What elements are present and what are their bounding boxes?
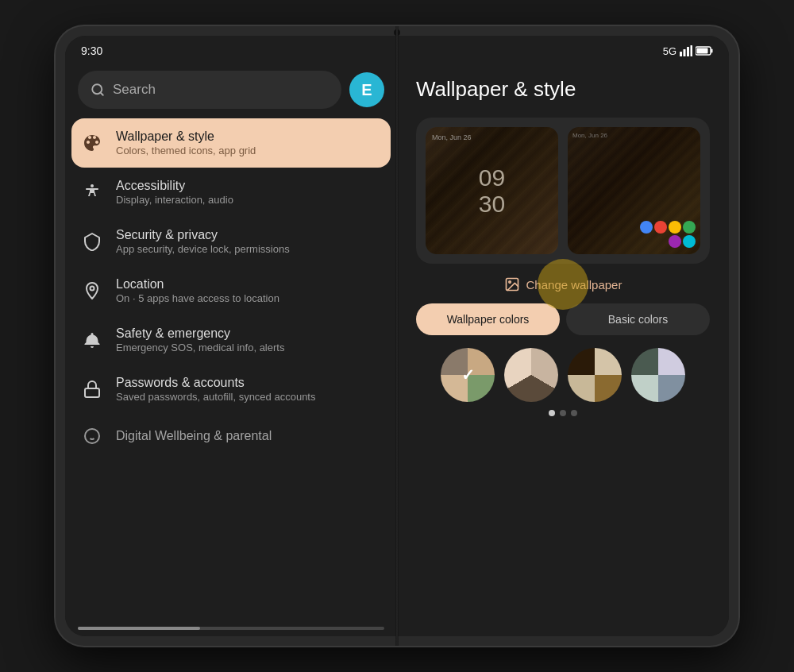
time-display: 9:30 — [81, 44, 102, 57]
svg-rect-11 — [691, 45, 693, 56]
icon-cyan — [683, 235, 696, 248]
change-wallpaper-label: Change wallpaper — [526, 278, 622, 292]
location-icon — [81, 280, 103, 302]
svg-rect-9 — [684, 49, 686, 56]
section-title: Wallpaper & style — [416, 77, 710, 102]
wallpaper-thumb-main[interactable]: Mon, Jun 26 0930 — [426, 127, 558, 254]
tab-wallpaper-colors[interactable]: Wallpaper colors — [416, 303, 560, 335]
left-panel: 9:30 Search E — [65, 36, 397, 636]
search-row: Search E — [65, 64, 397, 115]
accessibility-subtitle: Display, interaction, audio — [116, 194, 233, 206]
dot-2 — [560, 410, 566, 416]
svg-rect-13 — [697, 48, 708, 54]
safety-item-text: Safety & emergency Emergency SOS, medica… — [116, 326, 284, 353]
safety-subtitle: Emergency SOS, medical info, alerts — [116, 342, 284, 353]
device-screen: 9:30 Search E — [65, 36, 729, 636]
svg-rect-4 — [91, 337, 93, 341]
wellbeing-icon — [81, 425, 103, 447]
color-swatch-1[interactable]: ✓ — [441, 348, 495, 402]
wallpaper-title: Wallpaper & style — [116, 129, 256, 144]
wallpaper-subtitle: Colors, themed icons, app grid — [116, 145, 256, 156]
svg-point-3 — [91, 287, 94, 291]
5g-indicator: 5G — [663, 45, 676, 57]
scroll-indicator — [78, 627, 384, 630]
accessibility-title: Accessibility — [116, 179, 233, 193]
passwords-item-text: Passwords & accounts Saved passwords, au… — [116, 376, 315, 403]
svg-rect-14 — [711, 49, 713, 53]
location-item-text: Location On · 5 apps have access to loca… — [116, 277, 279, 304]
passwords-title: Passwords & accounts — [116, 376, 315, 390]
color-swatch-4[interactable] — [631, 348, 685, 402]
wallpaper-item-text: Wallpaper & style Colors, themed icons, … — [116, 129, 256, 156]
location-title: Location — [116, 277, 279, 292]
settings-list: Wallpaper & style Colors, themed icons, … — [65, 115, 397, 624]
user-avatar[interactable]: E — [349, 72, 384, 107]
svg-line-1 — [100, 92, 102, 95]
icon-red — [654, 221, 667, 234]
search-bar[interactable]: Search — [78, 71, 341, 109]
wallpaper-thumb-secondary[interactable]: Mon, Jun 26 — [568, 127, 700, 254]
settings-item-security[interactable]: Security & privacy App security, device … — [71, 217, 391, 266]
settings-item-wellbeing[interactable]: Digital Wellbeing & parental — [71, 414, 391, 458]
icon-yellow — [669, 221, 681, 234]
change-wallpaper-button[interactable]: Change wallpaper — [504, 276, 622, 292]
security-subtitle: App security, device lock, permissions — [116, 243, 290, 255]
battery-icon — [696, 46, 713, 56]
icon-green — [683, 221, 696, 234]
svg-rect-6 — [85, 388, 99, 397]
svg-rect-8 — [680, 52, 682, 56]
search-placeholder: Search — [113, 82, 156, 98]
settings-item-accessibility[interactable]: Accessibility Display, interaction, audi… — [71, 168, 391, 217]
change-wallpaper-row: Change wallpaper — [416, 276, 710, 292]
pagination-dots — [416, 410, 710, 416]
account-icon — [81, 378, 103, 400]
icon-purple — [669, 235, 681, 248]
swatch-selected-indicator: ✓ — [461, 365, 475, 384]
dot-3 — [571, 410, 577, 416]
passwords-subtitle: Saved passwords, autofill, synced accoun… — [116, 391, 315, 403]
right-content: Wallpaper & style Mon, Jun 26 0930 Mon, — [397, 64, 729, 636]
color-swatch-3[interactable] — [568, 348, 622, 402]
settings-item-passwords[interactable]: Passwords & accounts Saved passwords, au… — [71, 365, 391, 414]
wellbeing-item-text: Digital Wellbeing & parental — [116, 429, 272, 443]
wallpaper-preview-box: Mon, Jun 26 0930 Mon, Jun 26 — [416, 118, 710, 264]
accessibility-icon — [81, 181, 103, 203]
scroll-thumb — [78, 627, 200, 630]
color-swatch-2[interactable] — [504, 348, 558, 402]
svg-rect-10 — [687, 47, 689, 56]
wellbeing-title: Digital Wellbeing & parental — [116, 429, 272, 443]
location-subtitle: On · 5 apps have access to location — [116, 292, 279, 304]
svg-rect-5 — [91, 342, 93, 343]
emergency-icon — [81, 329, 103, 351]
secondary-icons — [632, 221, 696, 248]
tab-basic-colors[interactable]: Basic colors — [566, 303, 710, 335]
status-icons: 5G — [663, 45, 713, 57]
safety-title: Safety & emergency — [116, 326, 284, 341]
settings-item-safety[interactable]: Safety & emergency Emergency SOS, medica… — [71, 315, 391, 365]
security-item-text: Security & privacy App security, device … — [116, 228, 290, 255]
status-bar-right: 5G — [397, 36, 729, 64]
accessibility-item-text: Accessibility Display, interaction, audi… — [116, 179, 233, 206]
icon-google — [640, 221, 653, 234]
status-bar-left: 9:30 — [65, 36, 397, 64]
image-icon — [504, 276, 520, 292]
settings-item-wallpaper[interactable]: Wallpaper & style Colors, themed icons, … — [71, 118, 391, 168]
right-panel: 5G — [397, 36, 729, 636]
color-swatches: ✓ — [416, 348, 710, 402]
dot-1 — [549, 410, 555, 416]
search-icon — [91, 83, 105, 97]
color-tabs: Wallpaper colors Basic colors — [416, 303, 710, 335]
screen-area: 9:30 Search E — [65, 36, 729, 636]
svg-point-2 — [91, 184, 94, 187]
shield-icon — [81, 230, 103, 253]
palette-icon — [81, 132, 103, 154]
svg-point-16 — [508, 281, 511, 284]
signal-icon — [680, 45, 692, 56]
security-title: Security & privacy — [116, 228, 290, 242]
settings-item-location[interactable]: Location On · 5 apps have access to loca… — [71, 266, 391, 315]
foldable-device: 9:30 Search E — [56, 26, 738, 646]
svg-point-7 — [85, 429, 99, 443]
